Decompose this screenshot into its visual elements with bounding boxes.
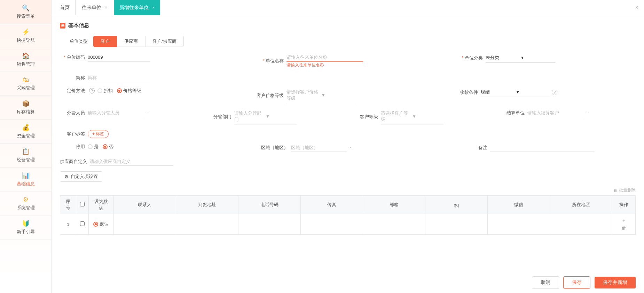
unit-category-label: 单位分类 [458,55,486,61]
radio-discount-circle [97,88,102,93]
abbreviation-input[interactable] [88,74,150,82]
type-btn-customer[interactable]: 客户 [93,36,117,47]
row-add-button[interactable]: ＋ [620,217,628,225]
type-btn-both[interactable]: 客户/供应商 [145,36,184,47]
form-row-5: 客户标签 + 标签 [60,130,636,138]
fax-input[interactable] [304,222,359,227]
sidebar-item-basic[interactable]: 📊 基础信息 [0,168,51,192]
region-input[interactable] [291,144,347,152]
sidebar-item-quicknav[interactable]: ⚡ 快捷导航 [0,24,51,48]
supplier-custom-input[interactable] [90,157,173,166]
unit-name-wrap: 请输入往来单位名称 [286,53,363,68]
cancel-button[interactable]: 取消 [532,276,559,289]
settlement-unit-input[interactable] [527,109,583,117]
tab-home[interactable]: 首页 [54,0,76,15]
sidebar-item-label: 基础信息 [17,181,35,187]
unit-code-field: 单位编码 [60,53,238,62]
save-button[interactable]: 保存 [563,276,590,289]
unit-name-input[interactable] [286,53,363,62]
area-input[interactable] [553,222,608,227]
form-row-4: 分管人员 ··· 分管部门 请输入分管部门 ▼ 客户等级 请选择客户等级 ▼ [60,109,636,124]
payment-terms-select[interactable]: 现结 ▼ [481,88,550,97]
row-checkbox[interactable] [76,214,89,235]
department-placeholder: 请输入分管部门 [234,110,266,123]
radio-disabled-no[interactable]: 否 [103,144,113,150]
contact-input[interactable] [117,222,172,227]
purchase-icon: 🛍 [23,76,29,83]
add-tag-button[interactable]: + 标签 [88,130,109,138]
row-fax[interactable] [300,214,363,235]
tab-partners[interactable]: 往来单位 × [76,0,113,15]
unit-category-select[interactable]: 未分类 ▼ [486,53,555,63]
settlement-unit-more-btn[interactable]: ··· [584,110,589,116]
department-arrow: ▼ [266,114,297,119]
add-tag-label: + 标签 [92,131,104,137]
row-area[interactable] [550,214,612,235]
col-contact: 联系人 [113,196,176,214]
row-default: 默认 [89,214,114,235]
window-close-icon[interactable]: × [635,5,638,11]
remarks-field: 备注 [462,144,636,152]
manager-label: 分管人员 [60,110,88,116]
sidebar-item-system[interactable]: ⚙ 系统管理 [0,192,51,215]
row-address[interactable] [176,214,238,235]
sidebar-item-label: 采购管理 [17,85,35,91]
pricing-method-radios: 折扣 价格等级 [97,88,141,94]
sidebar-item-label: 销售管理 [17,61,35,67]
batch-delete-button[interactable]: 🗑 批量删除 [613,187,636,193]
customer-price-level-select[interactable]: 请选择客户价格等级 ▼ [286,88,356,103]
department-field: 分管部门 请输入分管部门 ▼ [206,109,343,124]
qq-input[interactable] [429,222,484,227]
manager-more-btn[interactable]: ··· [145,110,149,116]
save-new-button[interactable]: 保存并新增 [595,277,636,288]
row-phone[interactable] [238,214,300,235]
row-default-radio[interactable]: 默认 [92,221,110,227]
wechat-input[interactable] [491,222,546,227]
tab-partners-close[interactable]: × [105,5,107,10]
sidebar-item-purchase[interactable]: 🛍 采购管理 [0,72,51,96]
sidebar-item-search[interactable]: 🔍 搜索菜单 [0,0,51,24]
main-content: 首页 往来单位 × 新增往来单位 × × 基 基本信息 单位类型 客户 供应商 … [52,0,644,293]
type-btn-supplier[interactable]: 供应商 [117,36,145,47]
tab-new-partner-close[interactable]: × [152,5,155,10]
row-checkbox-input[interactable] [80,221,85,226]
custom-settings-button[interactable]: ⚙ 自定义项设置 [60,171,102,182]
pricing-method-help[interactable]: ? [89,88,95,93]
region-more-btn[interactable]: ··· [348,145,353,151]
unit-code-input[interactable] [88,53,150,62]
unit-name-field: 单位名称 请输入往来单位名称 [259,53,437,68]
batch-delete-area: 🗑 批量删除 [60,187,636,193]
row-contact[interactable] [113,214,176,235]
email-input[interactable] [367,222,422,227]
radio-discount[interactable]: 折扣 [97,88,113,94]
customer-price-level-label: 客户价格等级 [257,92,286,99]
row-wechat[interactable] [487,214,550,235]
sidebar-item-inventory[interactable]: 📦 库存核算 [0,96,51,120]
form-row-6: 停用 是 否 区域（地区） ··· [60,144,636,152]
sidebar-item-label: 资金管理 [17,133,35,139]
row-email[interactable] [363,214,425,235]
radio-disabled-yes[interactable]: 是 [88,144,99,150]
sidebar-item-finance[interactable]: 💰 资金管理 [0,120,51,144]
tab-new-partner[interactable]: 新增往来单位 × [114,0,160,15]
sidebar-item-operations[interactable]: 📋 经营管理 [0,144,51,168]
row-default-label: 默认 [100,221,109,227]
radio-discount-label: 折扣 [104,88,113,94]
address-input[interactable] [180,222,235,227]
row-delete-button[interactable]: 🗑 [620,225,628,231]
sidebar-item-guide[interactable]: 🔰 新手引导 [0,215,51,239]
payment-terms-label: 收款条件 [453,89,481,96]
customer-level-select[interactable]: 请选择客户等级 ▼ [381,109,443,124]
col-checkbox[interactable] [76,196,89,214]
row-seq: 1 [60,214,76,235]
manager-input[interactable] [88,109,143,117]
radio-price-level[interactable]: 价格等级 [117,88,141,94]
form-row-2: 简称 [60,74,636,82]
row-qq[interactable] [425,214,487,235]
payment-terms-help[interactable]: ? [552,90,557,95]
remarks-input[interactable] [490,144,595,152]
sidebar-item-sales[interactable]: 🏠 销售管理 [0,48,51,72]
department-select[interactable]: 请输入分管部门 ▼ [234,109,297,124]
phone-input[interactable] [242,222,297,227]
select-all-checkbox[interactable] [80,202,85,206]
